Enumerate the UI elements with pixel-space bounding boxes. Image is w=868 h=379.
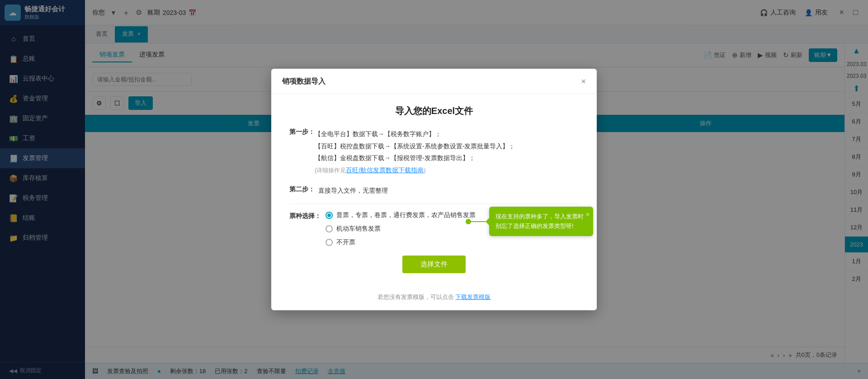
modal-title: 销项数据导入 xyxy=(282,77,326,86)
step2-label: 第二步： xyxy=(289,185,315,194)
download-template-link[interactable]: 下载发票模版 xyxy=(455,294,491,300)
modal-overlay: 销项数据导入 × 导入您的Excel文件 第一步： 【全电平台】数据下载→【税务… xyxy=(0,0,868,379)
guide-link[interactable]: 百旺/航信发票数据下载指南 xyxy=(346,166,424,174)
import-modal: 销项数据导入 × 导入您的Excel文件 第一步： 【全电平台】数据下载→【税务… xyxy=(271,69,597,310)
step2-text: 直接导入文件，无需整理 xyxy=(318,187,388,195)
hint-suffix: ) xyxy=(424,167,425,174)
ticket-label: 票种选择： xyxy=(289,212,321,220)
radio-circle-2 xyxy=(326,225,333,232)
modal-header: 销项数据导入 × xyxy=(271,69,597,94)
step1-line2: 【百旺】税控盘数据下载→【系统设置-系统参数设置-发票批量导入】； xyxy=(315,140,515,152)
hint-prefix: (详细操作见 xyxy=(315,167,346,174)
modal-close-btn[interactable]: × xyxy=(581,77,586,86)
ticket-section: 票种选择： 普票，专票，卷票，通行费发票，农产品销售发票 × 现在支持的票种多了… xyxy=(289,211,579,246)
radio-circle-1 xyxy=(326,212,333,219)
step1-label: 第一步： xyxy=(289,128,315,173)
radio-item-2[interactable]: 机动车销售发票 xyxy=(326,225,476,233)
step1-content: 【全电平台】数据下载→【税务数字账户】； 【百旺】税控盘数据下载→【系统设置-系… xyxy=(315,128,515,176)
modal-main-title: 导入您的Excel文件 xyxy=(289,105,579,117)
step1-row: 第一步： 【全电平台】数据下载→【税务数字账户】； 【百旺】税控盘数据下载→【系… xyxy=(289,128,579,176)
tooltip-close-btn[interactable]: × xyxy=(586,209,590,219)
tooltip-bubble: × 现在支持的票种多了，导入发票时别忘了选择正确的发票类型呀! xyxy=(489,207,593,237)
radio-item-1[interactable]: 普票，专票，卷票，通行费发票，农产品销售发票 × 现在支持的票种多了，导入发票时… xyxy=(326,211,476,219)
step1-line1: 【全电平台】数据下载→【税务数字账户】； xyxy=(315,128,515,140)
footer-text: 若您没有发票模版，可以点击 xyxy=(377,294,454,300)
tooltip-line xyxy=(469,221,486,222)
step1-link: (详细操作见百旺/航信发票数据下载指南) xyxy=(315,164,515,176)
radio-label-3: 不开票 xyxy=(336,238,355,246)
step2-block: 第二步： 直接导入文件，无需整理 xyxy=(289,185,579,196)
modal-body: 导入您的Excel文件 第一步： 【全电平台】数据下载→【税务数字账户】； 【百… xyxy=(271,94,597,293)
radio-group: 普票，专票，卷票，通行费发票，农产品销售发票 × 现在支持的票种多了，导入发票时… xyxy=(326,211,476,246)
radio-circle-3 xyxy=(326,239,333,246)
step1-block: 第一步： 【全电平台】数据下载→【税务数字账户】； 【百旺】税控盘数据下载→【系… xyxy=(289,128,579,176)
radio-item-3[interactable]: 不开票 xyxy=(326,238,476,246)
modal-divider xyxy=(289,204,579,204)
modal-footer: 若您没有发票模版，可以点击 下载发票模版 xyxy=(271,293,597,310)
step2-row: 第二步： 直接导入文件，无需整理 xyxy=(289,185,579,196)
radio-label-2: 机动车销售发票 xyxy=(336,225,381,233)
tooltip-text: 现在支持的票种多了，导入发票时别忘了选择正确的发票类型呀! xyxy=(495,213,584,229)
radio-label-1: 普票，专票，卷票，通行费发票，农产品销售发票 xyxy=(336,211,476,219)
select-file-btn[interactable]: 选择文件 xyxy=(402,256,466,273)
step1-line3: 【航信】金税盘数据下载→【报税管理-发票数据导出】； xyxy=(315,152,515,164)
